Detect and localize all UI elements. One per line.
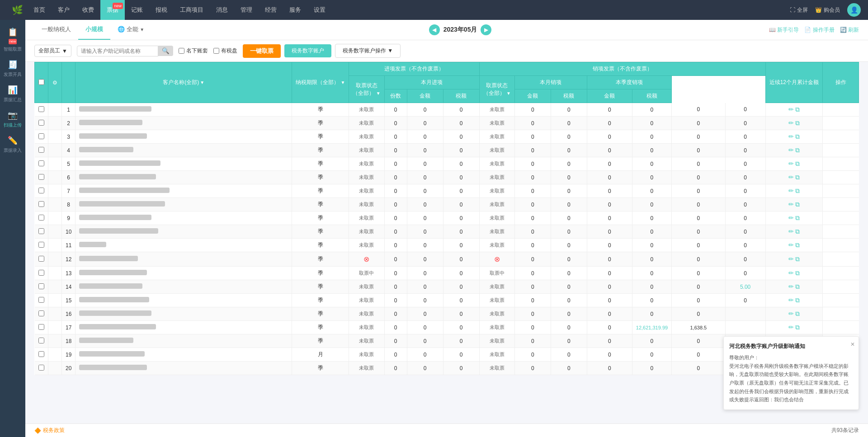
edit-btn[interactable]: ✏ [788, 187, 794, 194]
row-checkbox[interactable] [38, 188, 44, 193]
taxdisk-checkbox[interactable] [213, 48, 219, 54]
edit-btn[interactable]: ✏ [788, 269, 794, 277]
subledger-checkbox[interactable] [179, 48, 184, 54]
row-checkbox[interactable] [38, 351, 44, 357]
nav-tax[interactable]: 报税 [149, 0, 174, 20]
nav-settings[interactable]: 设置 [307, 0, 332, 20]
nav-business[interactable]: 工商项目 [174, 0, 210, 20]
row-checkbox[interactable] [38, 228, 44, 234]
nav-accounting[interactable]: 记账 [125, 0, 149, 20]
subledger-checkbox-label[interactable]: 名下账套 [179, 47, 208, 55]
prev-month-btn[interactable]: ◀ [429, 24, 440, 35]
copy-btn[interactable]: ⧉ [795, 241, 800, 249]
tab-general-taxpayer[interactable]: 一般纳税人 [34, 20, 78, 40]
tab-small-scale[interactable]: 小规模 [78, 20, 110, 40]
nav-services[interactable]: 服务 [283, 0, 307, 20]
edit-btn[interactable]: ✏ [788, 296, 794, 304]
row-checkbox[interactable] [38, 120, 44, 126]
sidebar-item-invoice-open[interactable]: 🧾 发票开具 [0, 56, 25, 81]
copy-btn[interactable]: ⧉ [795, 160, 800, 167]
nav-operations[interactable]: 经营 [259, 0, 283, 20]
nav-messages[interactable]: 消息 [210, 0, 234, 20]
edit-btn[interactable]: ✏ [788, 310, 794, 317]
user-avatar[interactable]: 👤 [847, 3, 861, 17]
edit-btn[interactable]: ✏ [788, 160, 794, 167]
search-button[interactable]: 🔍 [158, 46, 173, 56]
nav-billing[interactable]: 收费 [76, 0, 100, 20]
row-checkbox[interactable] [38, 283, 44, 289]
row-checkbox[interactable] [38, 297, 44, 303]
new-guide-link[interactable]: 📖 新手引导 [769, 26, 799, 34]
next-month-btn[interactable]: ▶ [481, 24, 491, 35]
copy-btn[interactable]: ⧉ [795, 324, 800, 331]
employee-select[interactable]: 全部员工 ▼ [34, 45, 71, 57]
edit-btn[interactable]: ✏ [788, 228, 794, 235]
vip-btn[interactable]: 👑 购会员 [815, 6, 840, 14]
edit-btn[interactable]: ✏ [788, 324, 794, 331]
row-checkbox[interactable] [38, 201, 44, 207]
copy-btn[interactable]: ⧉ [795, 228, 800, 235]
select-all-checkbox[interactable] [38, 79, 44, 85]
nav-invoices[interactable]: 票据 new [100, 0, 125, 20]
edit-btn[interactable]: ✏ [788, 201, 794, 208]
copy-btn[interactable]: ⧉ [795, 310, 800, 317]
quarter-amount-zero: 0 [651, 188, 654, 194]
copy-btn[interactable]: ⧉ [795, 146, 800, 154]
copy-btn[interactable]: ⧉ [795, 214, 800, 221]
copy-btn[interactable]: ⧉ [795, 283, 800, 290]
edit-btn[interactable]: ✏ [788, 174, 794, 181]
copy-btn[interactable]: ⧉ [795, 119, 800, 127]
row-checkbox[interactable] [38, 324, 44, 330]
copy-btn[interactable]: ⧉ [795, 133, 800, 140]
edit-btn[interactable]: ✏ [788, 214, 794, 221]
notification-close-btn[interactable]: ✕ [850, 340, 855, 349]
row-checkbox[interactable] [38, 256, 44, 262]
one-key-ticket-btn[interactable]: 一键取票 [243, 44, 281, 58]
edit-btn[interactable]: ✏ [788, 255, 794, 263]
row-checkbox[interactable] [38, 106, 44, 112]
edit-btn[interactable]: ✏ [788, 146, 794, 154]
search-input[interactable] [77, 46, 158, 56]
fullscreen-btn[interactable]: ⛶ 全屏 [790, 6, 808, 14]
copy-btn[interactable]: ⧉ [795, 201, 800, 208]
manual-link[interactable]: 📄 操作手册 [804, 26, 834, 34]
row-status-in-cell: 未取票 [349, 307, 384, 321]
edit-btn[interactable]: ✏ [788, 119, 794, 127]
nav-home[interactable]: 首页 [27, 0, 52, 20]
edit-btn[interactable]: ✏ [788, 283, 794, 290]
edit-btn[interactable]: ✏ [788, 241, 794, 249]
tax-digital-account-op-btn[interactable]: 税务数字账户操作 ▼ [335, 44, 401, 58]
tab-all[interactable]: 🌐 全能 ▼ [110, 20, 151, 40]
row-checkbox[interactable] [38, 338, 44, 343]
tax-digital-account-btn[interactable]: 税务数字账户 [284, 44, 331, 57]
row-checkbox[interactable] [38, 310, 44, 316]
row-checkbox[interactable] [38, 365, 44, 371]
sidebar-item-smart-ticket[interactable]: 📋 new 智能取票 [0, 23, 25, 56]
nav-customers[interactable]: 客户 [52, 0, 76, 20]
tax-policy-link[interactable]: 🔶 税务政策 [34, 427, 65, 434]
row-checkbox[interactable] [38, 147, 44, 153]
row-checkbox[interactable] [38, 133, 44, 139]
sidebar-item-summary[interactable]: 📊 票据汇总 [0, 81, 25, 107]
copy-btn[interactable]: ⧉ [795, 296, 800, 304]
copy-btn[interactable]: ⧉ [795, 269, 800, 277]
row-checkbox[interactable] [38, 242, 44, 248]
row-checkbox[interactable] [38, 160, 44, 166]
copy-btn[interactable]: ⧉ [795, 106, 800, 113]
copy-btn[interactable]: ⧉ [795, 187, 800, 194]
row-checkbox[interactable] [38, 215, 44, 221]
sidebar-item-entry[interactable]: ✏️ 票据录入 [0, 132, 25, 157]
edit-btn[interactable]: ✏ [788, 133, 794, 140]
copy-btn[interactable]: ⧉ [795, 255, 800, 263]
copy-btn[interactable]: ⧉ [795, 174, 800, 181]
taxdisk-checkbox-label[interactable]: 有税盘 [213, 47, 237, 55]
edit-btn[interactable]: ✏ [788, 106, 794, 113]
customer-name-sort[interactable]: 客户名称(全部) ▼ [163, 79, 204, 86]
row-tax-out-cell: 0 [587, 321, 632, 334]
nav-management[interactable]: 管理 [234, 0, 259, 20]
row-checkbox[interactable] [38, 174, 44, 180]
row-checkbox[interactable] [38, 270, 44, 276]
sidebar-entry-label: 票据录入 [4, 147, 22, 154]
sidebar-item-scan[interactable]: 📷 扫描上传 [0, 107, 25, 132]
refresh-link[interactable]: 🔄 刷新 [840, 26, 859, 34]
